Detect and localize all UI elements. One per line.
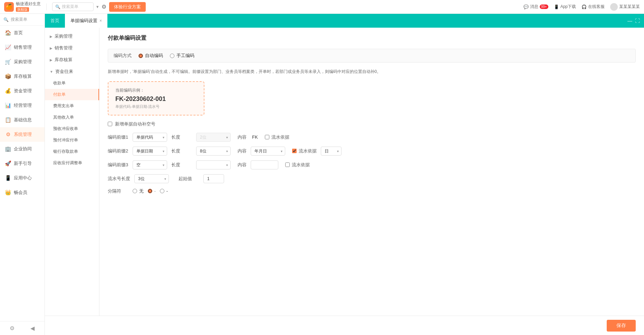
prefix2-select-wrapper: 单据日期 部门 业务员 空 (133, 147, 167, 156)
app-download-button[interactable]: 📱 App下载 (554, 4, 576, 10)
separator-dot-radio[interactable]: · (148, 188, 156, 194)
code-preview-desc: 单据代码-单据日期-流水号 (115, 104, 197, 109)
menu-group-capital-title[interactable]: ▼ 资金往来 (45, 66, 99, 77)
separator-none-radio[interactable]: 无 (133, 188, 144, 194)
menu-item-expense[interactable]: 费用支出单 (45, 100, 99, 112)
prefix1-select[interactable]: 单据代码 部门 业务员 空 (133, 133, 167, 142)
sidebar-search[interactable]: 🔍 搜索菜单 (0, 14, 45, 26)
phone-icon: 📱 (554, 4, 559, 9)
search-icon: 🔍 (3, 17, 9, 22)
operations-icon: 📊 (5, 102, 11, 109)
prefix2-content-label: 内容 (238, 148, 247, 154)
maximize-icon[interactable]: ⛶ (635, 18, 640, 24)
user-menu[interactable]: 某某某某某 (610, 3, 640, 11)
tab-home[interactable]: 首页 (45, 14, 65, 28)
sidebar-item-basic[interactable]: 📋 基础信息 (0, 113, 45, 127)
home-icon: 🏠 (5, 30, 11, 36)
enterprise-icon: 🏢 (5, 146, 11, 152)
dropdown-icon[interactable]: ▾ (96, 4, 99, 9)
bottom-bar: 保存 (45, 316, 644, 335)
prefix3-serial-item: 流水依据 (285, 162, 310, 168)
prefix1-content-label: 内容 (238, 134, 247, 140)
prefix1-row: 编码前缀1 单据代码 部门 业务员 空 长度 2位 (108, 133, 636, 142)
tab-coding[interactable]: 单据编码设置 × (65, 14, 107, 28)
form-area: 付款单编码设置 编码方式 自动编码 手工编码 新增单据时，'单据编码'自动生成，… (99, 28, 644, 316)
message-icon: 💬 (523, 4, 529, 9)
sales-icon: 📈 (5, 44, 11, 50)
menu-item-adjust[interactable]: 应收应付调整单 (45, 157, 99, 169)
sidebar-item-enterprise[interactable]: 🏢 企业协同 (0, 142, 45, 156)
search-bar[interactable]: 🔍 搜索菜单 (52, 2, 94, 11)
menu-item-prepay-recv[interactable]: 预收冲应收单 (45, 123, 99, 134)
code-preview-box: 当前编码示例： FK-20230602-001 单据代码-单据日期-流水号 (108, 81, 204, 115)
menu-item-receipt[interactable]: 收款单 (45, 77, 99, 89)
menu-group-purchase-title[interactable]: ▶ 采购管理 (45, 30, 99, 42)
message-button[interactable]: 💬 消息 99+ (523, 4, 548, 10)
trial-button[interactable]: 体验行业方案 (109, 2, 146, 12)
menu-group-sales-title[interactable]: ▶ 销售管理 (45, 42, 99, 54)
prefix1-length-select[interactable]: 2位 (196, 133, 231, 142)
menu-group-inventory-title[interactable]: ▶ 库存核算 (45, 54, 99, 66)
sidebar: 🔍 搜索菜单 🏠 首页 📈 销售管理 🛒 采购管理 📦 库存核算 💰 (0, 14, 45, 335)
menu-group-sales: ▶ 销售管理 (45, 42, 99, 54)
prefix3-length-wrapper (196, 160, 231, 169)
tab-close-button[interactable]: × (99, 18, 102, 23)
page-content: ▶ 采购管理 ▶ 销售管理 ▶ 库存核算 (45, 28, 644, 316)
sidebar-item-inventory[interactable]: 📦 库存核算 (0, 69, 45, 84)
manual-code-radio[interactable]: 手工编码 (170, 53, 194, 59)
menu-item-payment[interactable]: 付款单 (45, 89, 99, 100)
auto-code-radio[interactable]: 自动编码 (138, 53, 163, 59)
menu-item-other-income[interactable]: 其他收入单 (45, 112, 99, 123)
prefix3-select[interactable]: 空 部门 业务员 (133, 160, 167, 169)
settings-icon[interactable]: ⚙ (102, 3, 106, 10)
service-button[interactable]: 🎧 在线客服 (581, 4, 605, 10)
chevron-right-icon: ▶ (50, 35, 52, 38)
prefix2-content-select[interactable]: 年月日 年月 年 (251, 147, 285, 156)
sidebar-item-member[interactable]: 👑 畅会员 (0, 185, 45, 200)
menu-item-bank[interactable]: 银行存取款单 (45, 146, 99, 157)
code-preview-value: FK-20230602-001 (115, 95, 197, 103)
prefix1-select-wrapper: 单据代码 部门 业务员 空 (133, 133, 167, 142)
footer-collapse-button[interactable]: ◀ (24, 325, 41, 332)
prefix3-serial-checkbox[interactable] (285, 162, 290, 167)
sidebar-item-guide[interactable]: 🚀 新手引导 (0, 156, 45, 171)
main-layout: 🔍 搜索菜单 🏠 首页 📈 销售管理 🛒 采购管理 📦 库存核算 💰 (0, 14, 644, 335)
sidebar-item-system[interactable]: ⚙ 系统管理 (0, 127, 45, 142)
sidebar-item-finance[interactable]: 💰 资金管理 (0, 84, 45, 98)
tabs-right: — ⛶ (627, 18, 644, 24)
prefix1-length-wrapper: 2位 (196, 133, 231, 142)
prefix2-unit-wrapper: 日 月 年 (321, 147, 342, 156)
sidebar-item-apps[interactable]: 📱 应用中心 (0, 171, 45, 185)
prefix3-length-select[interactable] (196, 160, 231, 169)
sidebar-item-operations[interactable]: 📊 经营管理 (0, 98, 45, 113)
menu-item-prepay-pay[interactable]: 预付冲应付单 (45, 134, 99, 146)
footer-settings-button[interactable]: ⚙ (3, 325, 21, 332)
prefix2-length-label: 长度 (171, 148, 192, 154)
prefix3-label: 编码前缀3 (108, 162, 128, 168)
tabs-bar: 首页 单据编码设置 × — ⛶ (45, 14, 644, 28)
prefix2-serial-checkbox[interactable] (292, 149, 297, 153)
auto-fill-checkbox[interactable] (108, 122, 112, 126)
prefix3-length-label: 长度 (171, 162, 192, 168)
serial-length-select[interactable]: 3位 4位 5位 (134, 174, 169, 183)
separator-label: 分隔符 (108, 188, 128, 194)
prefix1-serial-checkbox[interactable] (265, 135, 269, 139)
serial-length-wrapper: 3位 4位 5位 (134, 174, 169, 183)
prefix2-unit-select[interactable]: 日 月 年 (321, 147, 342, 156)
code-preview-label: 当前编码示例： (115, 87, 197, 93)
prefix2-row: 编码前缀2 单据日期 部门 业务员 空 长度 8位 4位 (108, 147, 636, 156)
minimize-icon[interactable]: — (627, 18, 632, 24)
info-text: 新增单据时，'单据编码'自动生成，不可编辑。前缀设置为部门、业务员等档案类，开单… (108, 68, 636, 76)
separator-dash-radio[interactable]: - (160, 188, 168, 194)
logo: 🍊 畅捷通好生意 旗舰版 (4, 1, 41, 12)
start-value-input[interactable] (203, 174, 224, 183)
prefix2-select[interactable]: 单据日期 部门 业务员 空 (133, 147, 167, 156)
prefix2-length-select[interactable]: 8位 4位 6位 (196, 147, 231, 156)
save-button[interactable]: 保存 (607, 320, 636, 332)
prefix2-length-wrapper: 8位 4位 6位 (196, 147, 231, 156)
prefix3-content-input[interactable] (251, 160, 278, 169)
sidebar-item-sales[interactable]: 📈 销售管理 (0, 40, 45, 55)
sidebar-item-home[interactable]: 🏠 首页 (0, 26, 45, 40)
sidebar-item-purchase[interactable]: 🛒 采购管理 (0, 55, 45, 69)
left-menu: ▶ 采购管理 ▶ 销售管理 ▶ 库存核算 (45, 28, 99, 316)
